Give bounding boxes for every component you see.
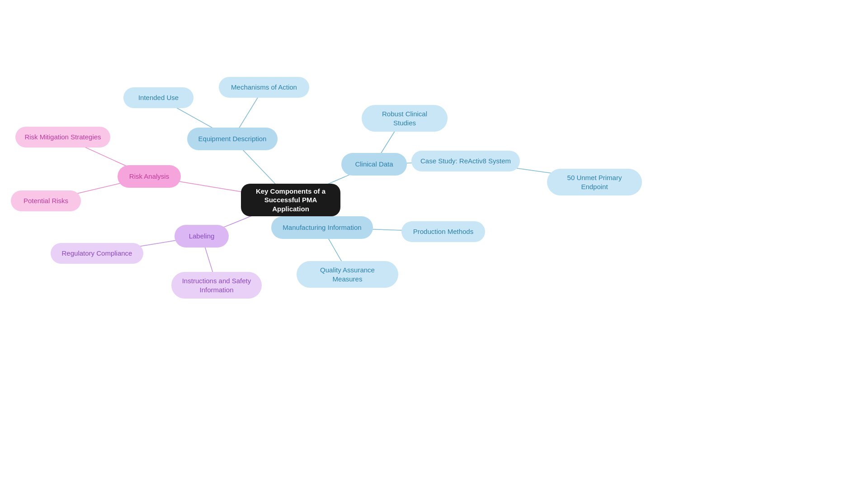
node-label-case-study: Case Study: ReActiv8 System: [420, 157, 511, 166]
node-robust-clinical-studies[interactable]: Robust Clinical Studies: [362, 105, 448, 132]
node-risk-mitigation[interactable]: Risk Mitigation Strategies: [15, 127, 110, 147]
node-label-equipment-description: Equipment Description: [198, 134, 267, 143]
node-label-production-methods: Production Methods: [413, 227, 473, 236]
node-label-instructions-safety: Instructions and Safety Information: [179, 276, 254, 294]
node-label-intended-use: Intended Use: [138, 93, 179, 102]
node-manufacturing-info[interactable]: Manufacturing Information: [271, 216, 373, 239]
node-unmet-primary-endpoint[interactable]: 50 Unmet Primary Endpoint: [547, 169, 642, 195]
node-label-manufacturing-info: Manufacturing Information: [283, 223, 361, 232]
node-label-labeling: Labeling: [189, 232, 215, 241]
node-label-risk-analysis: Risk Analysis: [129, 172, 169, 181]
node-clinical-data[interactable]: Clinical Data: [341, 153, 407, 176]
node-label-risk-mitigation: Risk Mitigation Strategies: [24, 133, 101, 142]
node-label-robust-clinical-studies: Robust Clinical Studies: [370, 109, 439, 127]
node-regulatory-compliance[interactable]: Regulatory Compliance: [51, 243, 143, 264]
node-risk-analysis[interactable]: Risk Analysis: [118, 165, 181, 188]
node-label-unmet-primary-endpoint: 50 Unmet Primary Endpoint: [555, 173, 634, 191]
node-label-center: Key Components of a Successful PMA Appli…: [249, 187, 332, 214]
node-labeling[interactable]: Labeling: [175, 225, 229, 247]
node-label-regulatory-compliance: Regulatory Compliance: [62, 249, 132, 258]
node-label-clinical-data: Clinical Data: [355, 160, 393, 169]
mind-map-container: Key Components of a Successful PMA Appli…: [0, 0, 868, 490]
node-label-potential-risks: Potential Risks: [24, 196, 68, 205]
node-case-study[interactable]: Case Study: ReActiv8 System: [411, 151, 520, 171]
node-intended-use[interactable]: Intended Use: [123, 87, 193, 108]
node-label-mechanisms-of-action: Mechanisms of Action: [231, 83, 297, 92]
node-potential-risks[interactable]: Potential Risks: [11, 190, 81, 211]
node-center[interactable]: Key Components of a Successful PMA Appli…: [241, 184, 340, 216]
node-instructions-safety[interactable]: Instructions and Safety Information: [171, 272, 262, 299]
node-quality-assurance[interactable]: Quality Assurance Measures: [297, 261, 398, 288]
node-production-methods[interactable]: Production Methods: [401, 221, 485, 242]
node-label-quality-assurance: Quality Assurance Measures: [305, 266, 390, 283]
node-equipment-description[interactable]: Equipment Description: [187, 128, 278, 150]
node-mechanisms-of-action[interactable]: Mechanisms of Action: [219, 77, 309, 98]
